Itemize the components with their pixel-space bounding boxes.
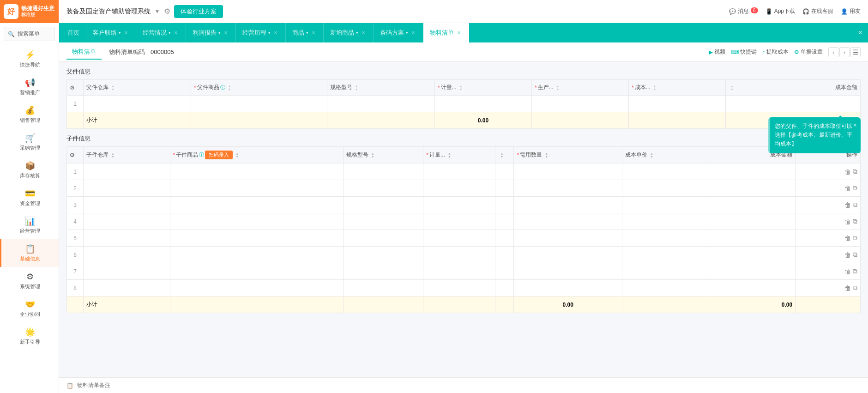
child-cell-spec[interactable] [343, 163, 423, 180]
child-cell-goods[interactable] [170, 197, 343, 213]
child-cell-unit[interactable] [423, 180, 495, 197]
tab-goods[interactable]: 商品 ▾ × [286, 23, 324, 42]
child-cell-warehouse[interactable] [84, 180, 170, 197]
sidebar-item-guide[interactable]: 🌟 新手引导 [0, 322, 59, 350]
tab-history[interactable]: 经营历程 ▾ × [236, 23, 286, 42]
delete-icon[interactable]: 🗑 [844, 251, 851, 259]
child-cell-unit-cost[interactable] [622, 163, 709, 180]
child-cell-warehouse[interactable] [84, 230, 170, 247]
delete-icon[interactable]: 🗑 [844, 168, 851, 175]
child-cell-unit[interactable] [423, 213, 495, 230]
delete-icon[interactable]: 🗑 [844, 218, 851, 225]
child-cell-warehouse[interactable] [84, 163, 170, 180]
tab-operations-close[interactable]: × [173, 30, 179, 36]
child-cell-warehouse[interactable] [84, 197, 170, 213]
child-cell-warehouse[interactable] [84, 280, 170, 296]
child-cell-qty[interactable] [514, 247, 622, 263]
child-cell-qty[interactable] [514, 197, 622, 213]
prev-btn[interactable]: ‹ [828, 47, 838, 57]
gear-icon[interactable]: ⚙ [164, 7, 170, 16]
tab-barcode[interactable]: 条码方案 ▾ × [374, 23, 423, 42]
child-cell-warehouse[interactable] [84, 263, 170, 280]
app-download-btn[interactable]: 📱 App下载 [766, 7, 795, 15]
sidebar-item-finance[interactable]: 💳 资金管理 [0, 184, 59, 212]
parent-cell-unit[interactable] [434, 96, 531, 112]
child-cell-unit[interactable] [423, 247, 495, 263]
sidebar-item-operations[interactable]: 📊 经营管理 [0, 212, 59, 239]
sort-icon[interactable]: ▲▼ [459, 85, 463, 91]
child-cell-unit[interactable] [423, 163, 495, 180]
child-cell-unit-cost[interactable] [622, 247, 709, 263]
copy-icon[interactable]: ⧉ [853, 267, 857, 275]
sort-icon[interactable]: ▲▼ [556, 85, 560, 91]
child-cell-qty[interactable] [514, 213, 622, 230]
child-cell-goods[interactable] [170, 280, 343, 296]
tab-goods-close[interactable]: × [310, 30, 317, 36]
child-cell-spec[interactable] [343, 280, 423, 296]
child-cell-qty[interactable] [514, 280, 622, 296]
sidebar-item-basic-info[interactable]: 📋 基础信息 [0, 239, 59, 267]
tab-home[interactable]: 首页 [61, 23, 86, 42]
sidebar-item-cooperation[interactable]: 🤝 企业协同 [0, 295, 59, 322]
delete-icon[interactable]: 🗑 [844, 201, 851, 209]
child-cell-goods[interactable] [170, 163, 343, 180]
tab-bom[interactable]: 物料清单 × [423, 23, 469, 42]
delete-icon[interactable]: 🗑 [844, 268, 851, 275]
tab-new-goods-close[interactable]: × [360, 30, 367, 36]
parent-cell-warehouse[interactable] [84, 96, 191, 112]
delete-icon[interactable]: 🗑 [844, 235, 851, 242]
copy-icon[interactable]: ⧉ [853, 168, 857, 175]
child-cell-goods[interactable] [170, 213, 343, 230]
parent-cell-cost[interactable] [628, 96, 725, 112]
copy-icon[interactable]: ⧉ [853, 234, 857, 242]
copy-icon[interactable]: ⧉ [853, 284, 857, 292]
dropdown-icon[interactable]: ▼ [154, 8, 160, 15]
child-cell-spec[interactable] [343, 197, 423, 213]
sort-icon[interactable]: ▲▼ [653, 85, 657, 91]
tab-profit[interactable]: 利润报告 ▾ × [186, 23, 236, 42]
tab-customer[interactable]: 客户联络 ▾ × [86, 23, 136, 42]
child-cell-qty[interactable] [514, 230, 622, 247]
shortcut-btn[interactable]: ⌨ 快捷键 [731, 48, 757, 56]
next-btn[interactable]: › [839, 47, 850, 57]
sort-icon[interactable]: ▲▼ [111, 152, 115, 158]
child-cell-unit[interactable] [423, 280, 495, 296]
tab-bom-close[interactable]: × [456, 30, 462, 36]
search-menu-button[interactable]: 🔍 搜索菜单 [4, 27, 55, 41]
child-cell-unit-cost[interactable] [622, 280, 709, 296]
single-settings-btn[interactable]: ⚙ 单据设置 [794, 48, 823, 56]
tab-operations[interactable]: 经营情况 ▾ × [136, 23, 186, 42]
child-cell-qty[interactable] [514, 163, 622, 180]
child-cell-unit-cost[interactable] [622, 197, 709, 213]
sidebar-item-marketing[interactable]: 📢 营销推广 [0, 73, 59, 101]
child-cell-unit-cost[interactable] [622, 263, 709, 280]
sidebar-item-purchase[interactable]: 🛒 采购管理 [0, 128, 59, 156]
online-service-btn[interactable]: 🎧 在线客服 [802, 7, 833, 15]
sort-icon[interactable]: ▲▼ [235, 152, 239, 158]
scan-input-btn[interactable]: 扫码录入 [205, 151, 233, 159]
child-cell-spec[interactable] [343, 213, 423, 230]
parent-cell-goods[interactable] [191, 96, 327, 112]
copy-icon[interactable]: ⧉ [853, 251, 857, 259]
sort-icon[interactable]: ▲▼ [355, 85, 358, 91]
child-cell-unit-cost[interactable] [622, 230, 709, 247]
child-cell-spec[interactable] [343, 180, 423, 197]
child-cell-goods[interactable] [170, 263, 343, 280]
menu-expand-btn[interactable]: ☰ [850, 47, 861, 57]
messages-btn[interactable]: 💬 消息 6 [729, 7, 758, 15]
sort-icon[interactable]: ▲▼ [545, 152, 548, 158]
child-cell-unit-cost[interactable] [622, 180, 709, 197]
copy-icon[interactable]: ⧉ [853, 201, 857, 209]
child-cell-unit[interactable] [423, 230, 495, 247]
delete-icon[interactable]: 🗑 [844, 284, 851, 292]
parent-cell-spec[interactable] [327, 96, 434, 112]
copy-icon[interactable]: ⧉ [853, 218, 857, 225]
sort-icon[interactable]: ▲▼ [650, 152, 653, 158]
child-cell-goods[interactable] [170, 247, 343, 263]
sort-icon[interactable]: ▲▼ [448, 152, 451, 158]
sort-icon[interactable]: ▲▼ [111, 85, 115, 91]
trial-btn[interactable]: 体验行业方案 [174, 5, 223, 18]
view-video-btn[interactable]: ▶ 视频 [709, 48, 725, 56]
child-cell-unit[interactable] [423, 197, 495, 213]
child-cell-qty[interactable] [514, 180, 622, 197]
